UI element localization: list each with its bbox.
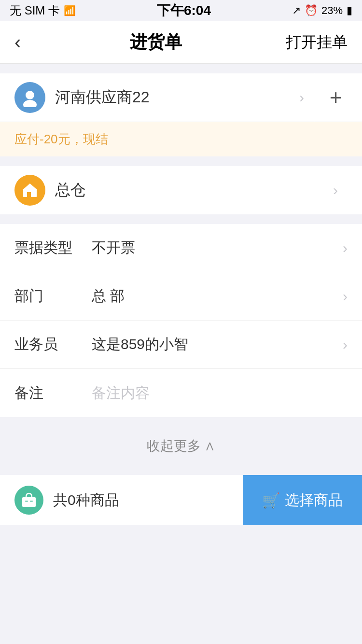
invoice-type-chevron-icon: ›	[343, 240, 348, 256]
invoice-type-row[interactable]: 票据类型 不开票 ›	[0, 224, 362, 272]
svg-rect-7	[30, 501, 33, 502]
svg-point-0	[26, 91, 34, 99]
notice-banner: 应付-20元，现结	[0, 122, 362, 156]
salesperson-row[interactable]: 业务员 这是859的小智 ›	[0, 321, 362, 369]
invoice-type-value: 不开票	[92, 238, 343, 258]
form-section: 票据类型 不开票 › 部门 总 部 › 业务员 这是859的小智 › 备注 备注…	[0, 224, 362, 417]
supplier-section: 河南供应商22 › +	[0, 73, 362, 122]
remark-row[interactable]: 备注 备注内容	[0, 369, 362, 417]
status-right: ↗ ⏰ 23% ▮	[292, 4, 352, 17]
svg-rect-4	[27, 192, 31, 197]
battery-icon: ▮	[347, 4, 352, 17]
warehouse-icon	[14, 175, 45, 206]
product-section: 共0种商品 🛒 选择商品	[0, 475, 362, 525]
warehouse-section: 总仓 ›	[0, 166, 362, 214]
svg-rect-5	[22, 497, 36, 507]
collapse-label: 收起更多 ∧	[147, 437, 216, 455]
supplier-avatar	[14, 82, 45, 113]
shopping-bag-icon	[20, 491, 38, 509]
department-label: 部门	[14, 286, 92, 306]
battery-label: 23%	[321, 4, 343, 17]
supplier-name: 河南供应商22	[55, 87, 299, 108]
wifi-icon: 📶	[64, 5, 76, 16]
svg-point-1	[23, 100, 37, 107]
nav-bar: ‹ 进货单 打开挂单	[0, 21, 362, 64]
select-product-label: 选择商品	[285, 490, 343, 510]
notice-text: 应付-20元，现结	[14, 132, 108, 146]
location-icon: ↗	[292, 4, 301, 17]
salesperson-value: 这是859的小智	[92, 335, 343, 354]
back-button[interactable]: ‹	[14, 31, 26, 53]
svg-marker-3	[22, 183, 38, 190]
status-carrier: 无 SIM 卡 📶	[10, 3, 76, 18]
department-row[interactable]: 部门 总 部 ›	[0, 272, 362, 321]
remark-placeholder[interactable]: 备注内容	[92, 383, 348, 403]
collapse-row[interactable]: 收起更多 ∧	[0, 427, 362, 465]
department-chevron-icon: ›	[343, 288, 348, 305]
warehouse-row[interactable]: 总仓 ›	[0, 166, 362, 214]
supplier-chevron-icon: ›	[299, 89, 304, 106]
page-title: 进货单	[130, 30, 182, 54]
person-icon	[20, 88, 40, 107]
svg-rect-6	[25, 501, 28, 502]
invoice-type-label: 票据类型	[14, 238, 92, 258]
select-product-icon: 🛒	[262, 492, 280, 509]
warehouse-name: 总仓	[55, 180, 333, 201]
product-icon	[14, 486, 43, 515]
status-time: 下午6:04	[157, 1, 211, 20]
remark-label: 备注	[14, 383, 92, 403]
bottom-fill	[0, 525, 362, 644]
warehouse-chevron-icon: ›	[333, 182, 338, 198]
select-product-button[interactable]: 🛒 选择商品	[243, 475, 362, 525]
section-gap-1	[0, 64, 362, 73]
open-pending-button[interactable]: 打开挂单	[286, 32, 348, 53]
status-bar: 无 SIM 卡 📶 下午6:04 ↗ ⏰ 23% ▮	[0, 0, 362, 21]
product-left: 共0种商品	[14, 486, 119, 515]
product-count: 共0种商品	[53, 490, 119, 510]
salesperson-label: 业务员	[14, 335, 92, 354]
add-supplier-button[interactable]: +	[314, 73, 348, 122]
warehouse-building-icon	[21, 182, 39, 199]
supplier-row[interactable]: 河南供应商22 ›	[14, 73, 314, 122]
department-value: 总 部	[92, 286, 343, 306]
alarm-icon: ⏰	[305, 4, 318, 17]
salesperson-chevron-icon: ›	[343, 336, 348, 353]
